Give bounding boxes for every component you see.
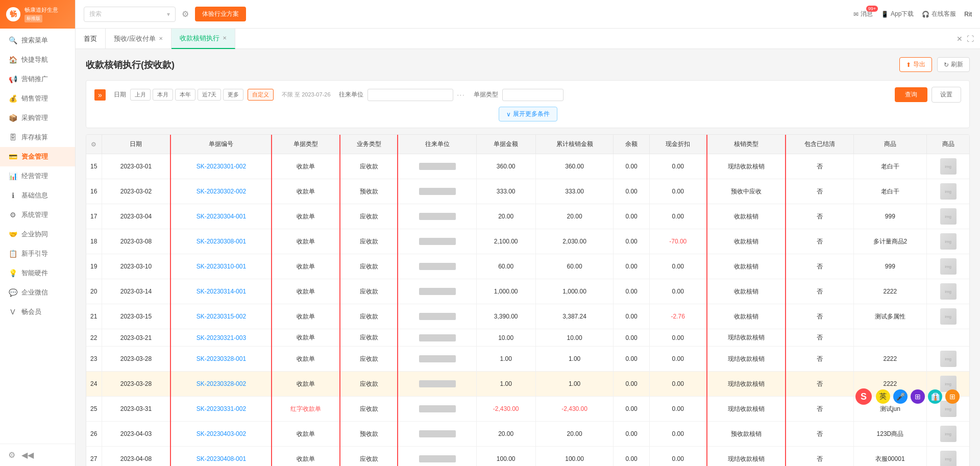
cell-bill-type: 收款单 — [272, 329, 340, 347]
sidebar-item-purchase[interactable]: 📦 采购管理 — [0, 108, 75, 128]
bill-no-link[interactable]: SK-20230304-001 — [197, 213, 246, 220]
tab-close-all-icon[interactable]: ✕ — [957, 35, 963, 43]
sidebar-item-vip[interactable]: V 畅会员 — [0, 302, 75, 322]
filter-expand-button[interactable]: » — [94, 89, 106, 101]
collapse-icon[interactable]: ◀◀ — [21, 450, 34, 460]
bill-no-link[interactable]: SK-20230302-002 — [197, 188, 246, 195]
sidebar-item-label: 企业协同 — [21, 230, 48, 239]
sidebar-item-sys-mgmt[interactable]: ⚙ 系统管理 — [0, 205, 75, 225]
sidebar-item-inventory[interactable]: 🗄 库存核算 — [0, 128, 75, 147]
cell-biz-type: 应收款 — [340, 154, 398, 179]
hardware-icon: 💡 — [8, 269, 17, 277]
cell-product-thumb: img — [927, 179, 969, 204]
solution-button[interactable]: 体验行业方案 — [195, 7, 246, 21]
bill-no-link[interactable]: SK-20230408-001 — [197, 455, 246, 462]
sidebar-item-search-menu[interactable]: 🔍 搜索菜单 — [0, 31, 75, 50]
table-row: 22 2023-03-21 SK-20230321-003 收款单 应收款 ██… — [86, 329, 969, 347]
grid-icon[interactable]: ⊞ — [911, 389, 925, 404]
mic-icon[interactable]: 🎤 — [893, 389, 908, 404]
this-year-btn[interactable]: 本年 — [175, 89, 195, 101]
message-badge: 99+ — [866, 6, 878, 12]
cell-product-name: 999 — [853, 254, 927, 279]
cell-partner: ████████ — [398, 279, 476, 304]
bill-no-link[interactable]: SK-20230315-002 — [197, 313, 246, 320]
sidebar-item-sales[interactable]: 💰 销售管理 — [0, 89, 75, 108]
sidebar-item-quick-nav[interactable]: 🏠 快捷导航 — [0, 50, 75, 69]
bill-no-link[interactable]: SK-20230328-001 — [197, 355, 246, 362]
bill-no-link[interactable]: SK-20230310-001 — [197, 263, 246, 270]
more-date-btn[interactable]: 更多 — [223, 89, 243, 101]
bill-no-link[interactable]: SK-20230301-002 — [197, 163, 246, 170]
sidebar-item-enterprise[interactable]: 🤝 企业协同 — [0, 225, 75, 244]
tab-pre-pay-close[interactable]: ✕ — [159, 36, 163, 41]
export-button[interactable]: ⬆ 导出 — [899, 57, 932, 72]
sidebar-item-wechat[interactable]: 💬 企业微信 — [0, 283, 75, 302]
cell-biz-type: 应收款 — [340, 254, 398, 279]
online-service-button[interactable]: 🎧 在线客服 — [922, 10, 956, 18]
input-icon[interactable]: 英 — [876, 389, 890, 404]
cell-bill-type: 收款单 — [272, 447, 340, 467]
messages-button[interactable]: ✉ 消息 99+ — [853, 10, 873, 18]
bill-no-link[interactable]: SK-20230314-001 — [197, 288, 246, 295]
cell-bill-amount: 1.00 — [476, 372, 535, 397]
cell-bill-type: 收款单 — [272, 422, 340, 447]
cell-row-num: 26 — [86, 422, 102, 447]
cell-bill-type: 收款单 — [272, 304, 340, 329]
sidebar-item-operations[interactable]: 📊 经营管理 — [0, 166, 75, 186]
filter-settings-button[interactable]: 设置 — [932, 87, 961, 103]
cell-include-settled: 否 — [786, 422, 853, 447]
cell-cum-cancel: 3,387.24 — [535, 304, 614, 329]
bill-type-select[interactable] — [502, 89, 564, 101]
sales-icon: 💰 — [8, 94, 17, 103]
bill-no-link[interactable]: SK-20230328-002 — [197, 380, 246, 387]
last-7days-btn[interactable]: 近7天 — [198, 89, 221, 101]
this-month-btn[interactable]: 本月 — [153, 89, 173, 101]
refresh-button[interactable]: ↻ 刷新 — [937, 57, 970, 72]
bill-no-link[interactable]: SK-20230331-002 — [197, 405, 246, 412]
cell-bill-amount: 60.00 — [476, 254, 535, 279]
col-header-settings[interactable]: ⚙ — [86, 135, 102, 154]
custom-date-btn[interactable]: 自定义 — [248, 89, 274, 101]
cell-cum-cancel: 20.00 — [535, 204, 614, 229]
settings-bottom-icon[interactable]: ⚙ — [8, 450, 15, 460]
sidebar-item-finance[interactable]: 💳 资金管理 — [0, 147, 75, 166]
bill-no-link[interactable]: SK-20230321-003 — [197, 334, 246, 341]
tab-pre-pay[interactable]: 预收/应收付单 ✕ — [106, 29, 172, 49]
cell-bill-amount: -2,430.00 — [476, 397, 535, 422]
cell-balance: 0.00 — [614, 329, 649, 347]
topbar-search[interactable]: 搜索 ▾ — [84, 7, 176, 22]
cell-row-num: 18 — [86, 229, 102, 254]
last-month-btn[interactable]: 上月 — [130, 89, 151, 101]
apps-icon[interactable]: ⊞ — [945, 389, 960, 404]
sidebar-item-label: 采购管理 — [21, 113, 48, 122]
tab-maximize-icon[interactable]: ⛶ — [967, 35, 974, 43]
app-download-button[interactable]: 📱 App下载 — [881, 10, 914, 18]
cell-product-name: 123D商品 — [853, 422, 927, 447]
sidebar-item-hardware[interactable]: 💡 智能硬件 — [0, 263, 75, 283]
sidebar-nav: 🔍 搜索菜单 🏠 快捷导航 📢 营销推广 💰 销售管理 📦 采购管理 🗄 库存核… — [0, 29, 75, 444]
shirt-icon[interactable]: 👔 — [928, 389, 942, 404]
sidebar-item-label: 资金管理 — [21, 152, 48, 161]
cell-include-settled: 否 — [786, 447, 853, 467]
tab-home[interactable]: 首页 — [76, 29, 106, 49]
bill-no-link[interactable]: SK-20230403-002 — [197, 430, 246, 437]
expand-more-button[interactable]: ∨ 展开更多条件 — [499, 107, 557, 121]
tab-collection-exec-close[interactable]: ✕ — [223, 35, 227, 41]
sidebar-item-base-info[interactable]: ℹ 基础信息 — [0, 186, 75, 205]
sidebar-item-marketing[interactable]: 📢 营销推广 — [0, 69, 75, 89]
cell-product-name: 老白干 — [853, 179, 927, 204]
col-header-include-settled: 包含已结清 — [786, 135, 853, 154]
settings-icon[interactable]: ⚙ — [182, 9, 189, 19]
cell-include-settled: 否 — [786, 372, 853, 397]
date-range-display: 不限 至 2023-07-26 — [282, 91, 330, 99]
partner-input[interactable] — [368, 89, 453, 101]
sidebar-item-guide[interactable]: 📋 新手引导 — [0, 244, 75, 263]
app-badge: 标推版 — [24, 15, 42, 22]
tab-collection-exec[interactable]: 收款核销执行 ✕ — [172, 29, 235, 49]
more-filters-dots[interactable]: ··· — [457, 91, 465, 99]
query-button[interactable]: 查询 — [895, 87, 927, 102]
bill-no-link[interactable]: SK-20230308-001 — [197, 238, 246, 245]
sidebar-item-label: 库存核算 — [21, 133, 48, 142]
partner-label: 往来单位 — [339, 90, 363, 99]
cell-cash-discount: 0.00 — [649, 397, 706, 422]
